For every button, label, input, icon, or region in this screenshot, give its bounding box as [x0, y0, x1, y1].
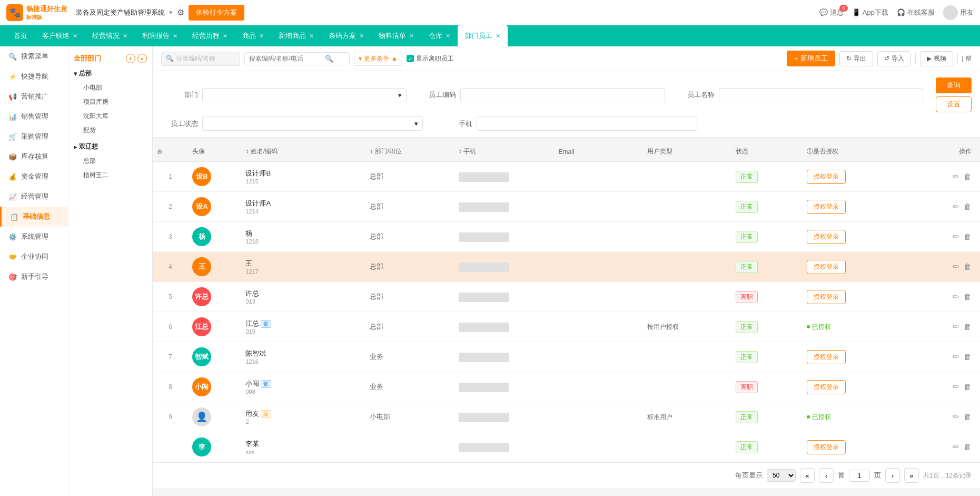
- auth-login-button[interactable]: 授权登录: [807, 170, 846, 184]
- dept-search-box[interactable]: 🔍 分类编码/名称: [161, 52, 240, 66]
- tab-newgoods[interactable]: 新增商品✕: [271, 25, 321, 46]
- dept-collapse-btn[interactable]: «: [137, 54, 147, 63]
- sidebar-item-basic[interactable]: 📋 基础信息: [0, 207, 68, 227]
- system-dropdown-icon[interactable]: ▾: [169, 8, 173, 16]
- sidebar-search[interactable]: 🔍 搜索菜单: [0, 46, 68, 66]
- auth-login-button[interactable]: 授权登录: [807, 440, 846, 454]
- delete-icon[interactable]: 🗑: [964, 352, 972, 362]
- sidebar-item-inventory[interactable]: 📦 库存核算: [0, 147, 68, 167]
- tab-dept-staff[interactable]: 部门员工✕: [458, 25, 508, 46]
- close-icon[interactable]: ✕: [409, 33, 414, 40]
- tab-barcode[interactable]: 条码方案✕: [321, 25, 371, 46]
- close-icon[interactable]: ✕: [309, 33, 314, 40]
- close-icon[interactable]: ✕: [223, 33, 227, 40]
- app-download-item[interactable]: 📱 App下载: [852, 8, 888, 17]
- tab-goods[interactable]: 商品✕: [235, 25, 271, 46]
- emp-name-input[interactable]: [719, 88, 923, 102]
- dept-item-plant-king[interactable]: 植树王二: [68, 168, 152, 182]
- help-label[interactable]: | 帮: [962, 54, 972, 63]
- edit-icon[interactable]: ✏: [953, 412, 959, 422]
- show-resigned-toggle[interactable]: ✓ 显示离职员工: [407, 54, 454, 63]
- search-button[interactable]: 查询: [936, 77, 972, 93]
- sidebar-item-purchase[interactable]: 🛒 采购管理: [0, 127, 68, 147]
- delete-icon[interactable]: 🗑: [964, 172, 972, 181]
- delete-icon[interactable]: 🗑: [964, 442, 972, 452]
- dept-item-project[interactable]: 项目库房: [68, 95, 152, 109]
- delete-icon[interactable]: 🗑: [964, 232, 972, 241]
- edit-icon[interactable]: ✏: [953, 292, 959, 302]
- search-submit-icon[interactable]: 🔍: [325, 55, 333, 63]
- dept-item-hq-parent[interactable]: ▾ 总部: [68, 66, 152, 81]
- search-box[interactable]: 🔍: [244, 52, 350, 65]
- dept-item-shenyang[interactable]: 沈阳大库: [68, 109, 152, 123]
- search-input[interactable]: [249, 55, 323, 62]
- auth-login-button[interactable]: 授权登录: [807, 260, 846, 274]
- auth-login-button[interactable]: 授权登录: [807, 380, 846, 394]
- page-input[interactable]: [849, 470, 870, 482]
- auth-login-button[interactable]: 授权登录: [807, 350, 846, 364]
- tab-history[interactable]: 经营历程✕: [185, 25, 235, 46]
- dept-item-hq2[interactable]: 总部: [68, 154, 152, 168]
- next-page-btn[interactable]: ›: [885, 468, 900, 483]
- close-icon[interactable]: ✕: [259, 33, 264, 40]
- video-button[interactable]: ▶ 视频: [920, 51, 953, 66]
- sidebar-item-system[interactable]: ⚙️ 系统管理: [0, 227, 68, 247]
- sidebar-item-sales[interactable]: 📊 销售管理: [0, 106, 68, 127]
- edit-icon[interactable]: ✏: [953, 172, 959, 181]
- tab-material[interactable]: 物料清单✕: [371, 25, 421, 46]
- close-icon[interactable]: ✕: [496, 33, 500, 40]
- dept-item-distribution[interactable]: 配货: [68, 123, 152, 138]
- export-button[interactable]: ↻ 导出: [839, 51, 873, 66]
- close-icon[interactable]: ✕: [446, 33, 450, 40]
- import-button[interactable]: ↺ 导入: [877, 51, 911, 66]
- phone-input[interactable]: [477, 116, 697, 131]
- trial-button[interactable]: 体验行业方案: [189, 5, 244, 21]
- auth-login-button[interactable]: 授权登录: [807, 230, 846, 244]
- more-filter-btn[interactable]: ▾ 更多条件 ▲: [354, 52, 402, 66]
- prev-page-btn[interactable]: ‹: [819, 468, 834, 483]
- settings-icon[interactable]: ⚙: [177, 7, 184, 17]
- sidebar-item-marketing[interactable]: 📢 营销推广: [0, 86, 68, 106]
- col-phone[interactable]: ↕ 手机: [454, 142, 555, 162]
- dept-add-btn[interactable]: +: [126, 54, 135, 63]
- delete-icon[interactable]: 🗑: [964, 292, 972, 302]
- delete-icon[interactable]: 🗑: [964, 262, 972, 271]
- dept-item-shuangliao[interactable]: ▸ 双辽想: [68, 140, 152, 154]
- sidebar-item-enterprise[interactable]: 🤝 企业协同: [0, 247, 68, 267]
- tab-warehouse[interactable]: 仓库✕: [421, 25, 458, 46]
- col-settings[interactable]: ⚙: [153, 142, 188, 162]
- settings-button[interactable]: 设置: [936, 96, 972, 112]
- auth-login-button[interactable]: 授权登录: [807, 200, 846, 214]
- delete-icon[interactable]: 🗑: [964, 412, 972, 422]
- first-page-btn[interactable]: «: [800, 468, 815, 483]
- edit-icon[interactable]: ✏: [953, 322, 959, 332]
- edit-icon[interactable]: ✏: [953, 382, 959, 392]
- delete-icon[interactable]: 🗑: [964, 382, 972, 392]
- edit-icon[interactable]: ✏: [953, 202, 959, 211]
- edit-icon[interactable]: ✏: [953, 442, 959, 452]
- close-icon[interactable]: ✕: [173, 33, 177, 40]
- sidebar-item-finance[interactable]: 💰 资金管理: [0, 167, 68, 187]
- sidebar-item-quick[interactable]: ⚡ 快捷导航: [0, 66, 68, 86]
- status-select[interactable]: ▾: [202, 116, 423, 131]
- tab-customer[interactable]: 客户联络✕: [35, 25, 85, 46]
- tab-business[interactable]: 经营情况✕: [85, 25, 135, 46]
- dept-select[interactable]: ▾: [202, 88, 407, 102]
- col-dept-pos[interactable]: ↕ 部门/职位: [365, 142, 454, 162]
- page-size-select[interactable]: 50 20 100: [767, 469, 796, 482]
- tab-home[interactable]: 首页: [6, 25, 35, 46]
- edit-icon[interactable]: ✏: [953, 352, 959, 362]
- tab-profit[interactable]: 利润报告✕: [135, 25, 185, 46]
- col-name-code[interactable]: ↕ 姓名/编码: [241, 142, 365, 162]
- edit-icon[interactable]: ✏: [953, 232, 959, 241]
- auth-login-button[interactable]: 授权登录: [807, 290, 846, 304]
- last-page-btn[interactable]: »: [904, 468, 919, 483]
- sidebar-item-guide[interactable]: 🎯 新手引导: [0, 267, 68, 287]
- close-icon[interactable]: ✕: [73, 33, 77, 40]
- add-employee-button[interactable]: + 新增员工: [787, 51, 835, 66]
- message-item[interactable]: 💬 6 消息: [819, 8, 844, 17]
- edit-icon[interactable]: ✏: [953, 262, 959, 271]
- sidebar-item-operation[interactable]: 📈 经营管理: [0, 187, 68, 207]
- user-item[interactable]: 用友: [943, 5, 974, 20]
- emp-code-input[interactable]: [460, 88, 665, 102]
